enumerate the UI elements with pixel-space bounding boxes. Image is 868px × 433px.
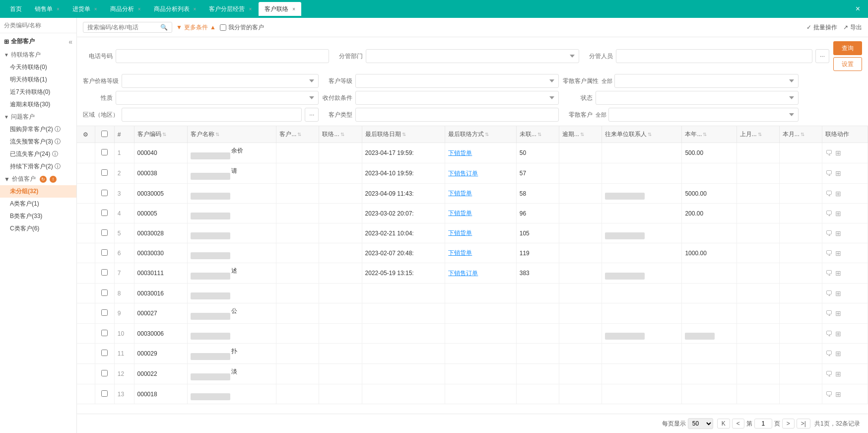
contact-phone-icon[interactable]: 🗨 <box>825 190 832 198</box>
row-last-contact-method[interactable] <box>445 344 516 364</box>
contact-phone-icon[interactable]: 🗨 <box>825 149 832 157</box>
row-checkbox[interactable] <box>95 384 114 404</box>
section-problem-customers[interactable]: ▼ 问题客户 <box>0 111 76 123</box>
prev-page-button[interactable]: < <box>732 419 744 429</box>
this-month-column-header[interactable]: 本月...⇅ <box>779 126 822 143</box>
row-last-contact-method[interactable]: 下销货单 <box>445 184 516 204</box>
contact-phone-icon[interactable]: 🗨 <box>825 350 832 358</box>
search-icon[interactable]: 🔍 <box>160 24 168 31</box>
contact-method-link[interactable]: 下销货单 <box>448 210 472 216</box>
close-icon[interactable]: × <box>249 6 252 12</box>
filter-zero-attr-select[interactable] <box>614 74 799 88</box>
row-checkbox[interactable] <box>95 184 114 204</box>
sidebar-item-today-pending[interactable]: 今天待联络(0) <box>0 61 76 73</box>
contacts-column-header[interactable]: 往来单位联系人⇅ <box>601 126 682 143</box>
row-checkbox[interactable] <box>95 163 114 184</box>
sidebar-all-customers[interactable]: ⊞ 全部客户 « <box>0 33 76 49</box>
my-customers-checkbox-input[interactable] <box>220 24 226 31</box>
first-page-button[interactable]: K <box>717 419 730 429</box>
sidebar-item-declining[interactable]: 持续下滑客户(2) ⓘ <box>0 160 76 173</box>
contact-method-link[interactable]: 下销货单 <box>448 229 472 236</box>
overdue-column-header[interactable]: 逾期...⇅ <box>559 126 601 143</box>
sidebar-search-input[interactable] <box>4 22 77 29</box>
contact-method-link[interactable]: 下销售订单 <box>448 170 478 177</box>
row-last-contact-method[interactable]: 下销货单 <box>445 223 516 243</box>
row-last-contact-method[interactable] <box>445 284 516 303</box>
tab-customer-tier[interactable]: 客户分层经营 × <box>203 2 258 16</box>
row-last-contact-method[interactable]: 下销货单 <box>445 143 516 163</box>
tab-purchase-order[interactable]: 进货单 × <box>67 2 103 16</box>
filter-nature-select[interactable] <box>116 91 319 105</box>
close-icon[interactable]: × <box>138 6 141 12</box>
row-last-contact-method[interactable]: 下销售订单 <box>445 263 516 284</box>
tab-product-analysis-list[interactable]: 商品分析列表 × <box>148 2 202 16</box>
batch-operation-button[interactable]: ✓ 批量操作 <box>806 23 837 32</box>
sidebar-item-churned[interactable]: 已流失客户(24) ⓘ <box>0 148 76 160</box>
page-size-select[interactable]: 50 20 100 <box>688 418 713 429</box>
more-action-icon[interactable]: ⊞ <box>835 309 841 317</box>
contact-phone-icon[interactable]: 🗨 <box>825 330 832 338</box>
contact-phone-icon[interactable]: 🗨 <box>825 210 832 217</box>
row-checkbox[interactable] <box>95 364 114 384</box>
filter-zero-customer-select[interactable] <box>608 108 799 122</box>
row-last-contact-method[interactable] <box>445 324 516 344</box>
last-page-button[interactable]: >| <box>797 419 810 429</box>
contact-phone-icon[interactable]: 🗨 <box>825 309 832 317</box>
filter-status-select[interactable] <box>596 91 799 105</box>
filter-dept-select[interactable] <box>366 49 579 63</box>
more-action-icon[interactable]: ⊞ <box>835 350 841 358</box>
close-icon[interactable]: × <box>292 6 295 12</box>
row-checkbox[interactable] <box>95 303 114 324</box>
more-action-icon[interactable]: ⊞ <box>835 229 841 237</box>
type-column-header[interactable]: 客户...⇅ <box>276 126 319 143</box>
filter-area-input[interactable] <box>122 108 302 122</box>
contact-phone-icon[interactable]: 🗨 <box>825 249 832 257</box>
sidebar-item-churn-warning[interactable]: 流失预警客户(3) ⓘ <box>0 136 76 148</box>
row-last-contact-method[interactable]: 下销货单 <box>445 204 516 223</box>
more-action-icon[interactable]: ⊞ <box>835 190 841 198</box>
next-page-button[interactable]: > <box>782 419 795 429</box>
export-button[interactable]: ↗ 导出 <box>843 23 862 32</box>
settings-column-header[interactable]: ⚙ <box>77 126 95 143</box>
close-icon[interactable]: × <box>57 6 60 12</box>
page-input[interactable] <box>754 419 772 429</box>
row-last-contact-method[interactable] <box>445 303 516 324</box>
sidebar-item-7days-pending[interactable]: 近7天待联络(0) <box>0 86 76 98</box>
more-action-icon[interactable]: ⊞ <box>835 149 841 157</box>
tab-home[interactable]: 首页 <box>4 2 28 16</box>
contact-phone-icon[interactable]: 🗨 <box>825 370 832 378</box>
more-action-icon[interactable]: ⊞ <box>835 370 841 378</box>
refresh-icon[interactable]: ↻ <box>40 175 47 183</box>
code-column-header[interactable]: 客户编码⇅ <box>134 126 187 143</box>
checkbox-column-header[interactable] <box>95 126 114 143</box>
close-icon[interactable]: × <box>94 6 97 12</box>
more-action-icon[interactable]: ⊞ <box>835 169 841 177</box>
row-checkbox[interactable] <box>95 284 114 303</box>
sidebar-item-class-a[interactable]: A类客户(1) <box>0 198 76 210</box>
more-action-icon[interactable]: ⊞ <box>835 289 841 297</box>
row-last-contact-method[interactable]: 下销货单 <box>445 243 516 263</box>
contact-phone-icon[interactable]: 🗨 <box>825 169 832 177</box>
last-contact-method-column-header[interactable]: 最后联络方式⇅ <box>445 126 516 143</box>
sidebar-item-tomorrow-pending[interactable]: 明天待联络(1) <box>0 73 76 86</box>
sidebar-item-class-c[interactable]: C类客户(6) <box>0 222 76 235</box>
row-checkbox[interactable] <box>95 223 114 243</box>
this-year-column-header[interactable]: 本年...⇅ <box>682 126 736 143</box>
section-value-customers[interactable]: ▼ 价值客户 ↻ ! <box>0 173 76 185</box>
tab-customer-contact[interactable]: 客户联络 × <box>259 2 301 16</box>
uncontacted-column-header[interactable]: 未联...⇅ <box>516 126 559 143</box>
more-conditions-button[interactable]: ▼ 更多条件 ▲ <box>176 23 216 32</box>
filter-customer-level-select[interactable] <box>355 74 558 88</box>
more-action-icon[interactable]: ⊞ <box>835 210 841 217</box>
filter-customer-type-input[interactable] <box>355 108 558 122</box>
filter-price-level-select[interactable] <box>122 74 319 88</box>
row-checkbox[interactable] <box>95 143 114 163</box>
row-last-contact-method[interactable] <box>445 364 516 384</box>
my-customers-checkbox[interactable]: 我分管的客户 <box>220 23 264 32</box>
filter-payment-select[interactable] <box>355 91 558 105</box>
sidebar-collapse-button[interactable]: « <box>68 38 72 46</box>
tab-sales-order[interactable]: 销售单 × <box>29 2 66 16</box>
row-checkbox[interactable] <box>95 344 114 364</box>
contact-phone-icon[interactable]: 🗨 <box>825 289 832 297</box>
filter-phone-input[interactable] <box>116 49 329 63</box>
